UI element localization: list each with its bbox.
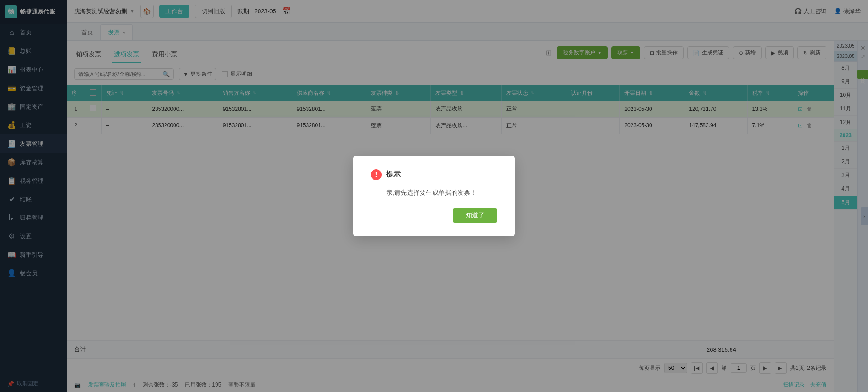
dialog-title: 提示 (386, 170, 401, 179)
dialog-message: 亲,请先选择要生成单据的发票！ (371, 187, 476, 197)
dialog-footer: 知道了 (371, 205, 497, 223)
dialog-title-row: ! 提示 (371, 169, 401, 180)
alert-dialog: ! 提示 亲,请先选择要生成单据的发票！ 知道了 (353, 156, 515, 236)
dialog-ok-btn[interactable]: 知道了 (453, 208, 497, 223)
warning-icon: ! (371, 169, 382, 180)
dialog-overlay: ! 提示 亲,请先选择要生成单据的发票！ 知道了 (0, 0, 868, 392)
